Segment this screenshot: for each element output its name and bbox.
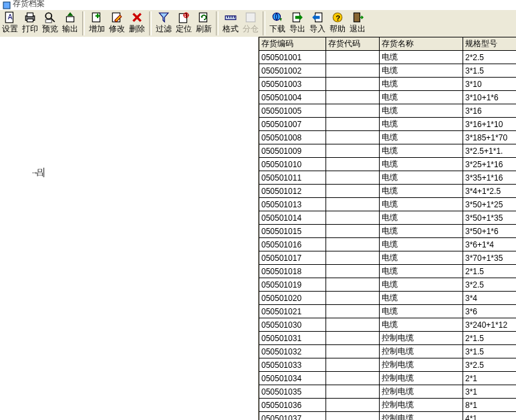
cell-name[interactable]: 控制电缆 (380, 332, 463, 345)
cell-alias[interactable] (326, 278, 380, 292)
cell-name[interactable]: 电缆 (380, 91, 463, 104)
cell-code[interactable]: 050501015 (259, 225, 326, 238)
cell-name[interactable]: 电缆 (380, 211, 463, 225)
cell-code[interactable]: 050501005 (259, 104, 326, 118)
cell-alias[interactable] (326, 318, 380, 332)
cell-spec[interactable]: 3*16 (463, 104, 517, 118)
cell-alias[interactable] (326, 399, 380, 412)
settings-button[interactable]: A设置 (0, 10, 20, 37)
cell-code[interactable]: 050501007 (259, 118, 326, 131)
cell-name[interactable]: 电缆 (380, 131, 463, 144)
cell-spec[interactable]: 2*2.5 (463, 51, 517, 64)
cell-spec[interactable]: 4*1 (463, 412, 517, 421)
cell-code[interactable]: 050501009 (259, 144, 326, 158)
table-row[interactable]: 050501013电缆3*50+1*25 (259, 198, 517, 211)
cell-alias[interactable] (326, 91, 380, 104)
filter-button[interactable]: 过滤 (154, 10, 174, 37)
cell-name[interactable]: 控制电缆 (380, 345, 463, 358)
table-row[interactable]: 050501033控制电缆3*2.5 (259, 358, 517, 372)
cell-alias[interactable] (326, 238, 380, 251)
cell-alias[interactable] (326, 292, 380, 305)
table-row[interactable]: 050501003电缆3*10 (259, 78, 517, 91)
cell-spec[interactable]: 3*1 (463, 385, 517, 399)
cell-spec[interactable]: 3*6+1*4 (463, 238, 517, 251)
cell-alias[interactable] (326, 118, 380, 131)
add-button[interactable]: 增加 (87, 10, 107, 37)
cell-alias[interactable] (326, 345, 380, 358)
cell-alias[interactable] (326, 131, 380, 144)
cell-alias[interactable] (326, 305, 380, 318)
cell-alias[interactable] (326, 332, 380, 345)
cell-spec[interactable]: 3*1.5 (463, 64, 517, 78)
cell-spec[interactable]: 8*1 (463, 399, 517, 412)
cell-spec[interactable]: 3*4+1*2.5 (463, 185, 517, 198)
col-header-name[interactable]: 存货名称 (380, 37, 463, 51)
table-row[interactable]: 050501015电缆3*50+1*6 (259, 225, 517, 238)
cell-spec[interactable]: 3*185+1*70 (463, 131, 517, 144)
cell-spec[interactable]: 3*10 (463, 78, 517, 91)
cell-alias[interactable] (326, 198, 380, 211)
table-row[interactable]: 050501014电缆3*50+1*35 (259, 211, 517, 225)
cell-name[interactable]: 控制电缆 (380, 358, 463, 372)
cell-name[interactable]: 控制电缆 (380, 372, 463, 385)
cell-name[interactable]: 控制电缆 (380, 399, 463, 412)
table-row[interactable]: 050501018电缆2*1.5 (259, 265, 517, 278)
table-row[interactable]: 050501011电缆3*35+1*16 (259, 171, 517, 185)
cell-code[interactable]: 050501011 (259, 171, 326, 185)
cell-alias[interactable] (326, 265, 380, 278)
table-row[interactable]: 050501009电缆3*2.5+1*1. (259, 144, 517, 158)
table-row[interactable]: 050501032控制电缆3*1.5 (259, 345, 517, 358)
table-row[interactable]: 050501031控制电缆2*1.5 (259, 332, 517, 345)
cell-spec[interactable]: 3*2.5 (463, 358, 517, 372)
cell-code[interactable]: 050501017 (259, 251, 326, 265)
locate-button[interactable]: 定位 (174, 10, 194, 37)
cell-name[interactable]: 电缆 (380, 144, 463, 158)
cell-alias[interactable] (326, 51, 380, 64)
cell-name[interactable]: 电缆 (380, 251, 463, 265)
cell-code[interactable]: 050501010 (259, 158, 326, 171)
cell-spec[interactable]: 3*70+1*35 (463, 251, 517, 265)
cell-name[interactable]: 电缆 (380, 78, 463, 91)
col-header-alias[interactable]: 存货代码 (326, 37, 380, 51)
cell-alias[interactable] (326, 185, 380, 198)
cell-spec[interactable]: 3*50+1*25 (463, 198, 517, 211)
table-row[interactable]: 050501034控制电缆2*1 (259, 372, 517, 385)
cell-alias[interactable] (326, 358, 380, 372)
table-row[interactable]: 050501017电缆3*70+1*35 (259, 251, 517, 265)
cell-spec[interactable]: 3*240+1*12 (463, 318, 517, 332)
cell-name[interactable]: 电缆 (380, 292, 463, 305)
cell-spec[interactable]: 2*1.5 (463, 332, 517, 345)
cell-alias[interactable] (326, 104, 380, 118)
cell-alias[interactable] (326, 144, 380, 158)
cell-code[interactable]: 050501014 (259, 211, 326, 225)
table-row[interactable]: 050501005电缆3*16 (259, 104, 517, 118)
table-row[interactable]: 050501035控制电缆3*1 (259, 385, 517, 399)
cell-name[interactable]: 控制电缆 (380, 412, 463, 421)
cell-name[interactable]: 电缆 (380, 238, 463, 251)
table-row[interactable]: 050501012电缆3*4+1*2.5 (259, 185, 517, 198)
table-row[interactable]: 050501004电缆3*10+1*6 (259, 91, 517, 104)
col-header-spec[interactable]: 规格型号 (463, 37, 517, 51)
cell-spec[interactable]: 3*50+1*35 (463, 211, 517, 225)
cell-alias[interactable] (326, 251, 380, 265)
cell-code[interactable]: 050501035 (259, 385, 326, 399)
cell-spec[interactable]: 3*2.5+1*1. (463, 144, 517, 158)
cell-alias[interactable] (326, 78, 380, 91)
cell-code[interactable]: 050501013 (259, 198, 326, 211)
cell-spec[interactable]: 3*1.5 (463, 345, 517, 358)
cell-code[interactable]: 050501033 (259, 358, 326, 372)
cell-spec[interactable]: 3*4 (463, 292, 517, 305)
cell-spec[interactable]: 3*35+1*16 (463, 171, 517, 185)
cell-code[interactable]: 050501030 (259, 318, 326, 332)
exit-button[interactable]: 退出 (348, 10, 368, 37)
cell-code[interactable]: 050501012 (259, 185, 326, 198)
cell-name[interactable]: 电缆 (380, 51, 463, 64)
cell-code[interactable]: 050501008 (259, 131, 326, 144)
download-button[interactable]: 下载 (267, 10, 287, 37)
cell-alias[interactable] (326, 171, 380, 185)
cell-code[interactable]: 050501021 (259, 305, 326, 318)
grid-pane[interactable]: 存货编码存货代码存货名称规格型号 050501001电缆2*2.50505010… (259, 37, 516, 420)
output-button[interactable]: 输出 (60, 10, 80, 37)
table-row[interactable]: 050501037控制电缆4*1 (259, 412, 517, 421)
cell-name[interactable]: 控制电缆 (380, 385, 463, 399)
